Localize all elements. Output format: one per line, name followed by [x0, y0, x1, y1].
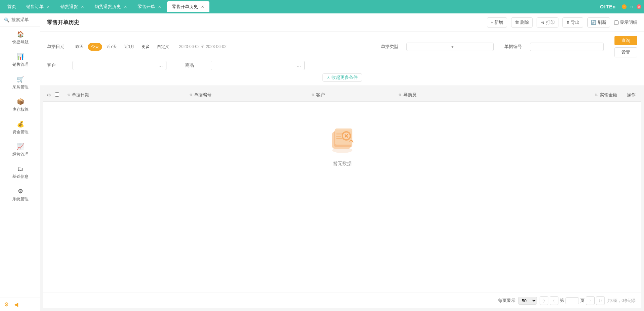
sidebar-item-inventory[interactable]: 📦 库存核算	[0, 94, 40, 116]
sidebar-item-sales-mgmt[interactable]: 📊 销售管理	[0, 49, 40, 71]
tab-close-sales-return-history[interactable]: ✕	[123, 4, 128, 9]
table-header-amount[interactable]: ⇅ 实销金额	[499, 89, 621, 102]
date-btn-more[interactable]: 更多	[139, 43, 153, 51]
number-input-field[interactable]	[534, 44, 600, 49]
window-close-button[interactable]: ✕	[637, 4, 641, 9]
collapse-label: 收起更多条件	[332, 74, 358, 81]
sidebar-search-label: 搜索采单	[11, 17, 29, 23]
svg-rect-9	[336, 136, 341, 137]
sort-amount-icon: ⇅	[595, 93, 598, 97]
select-all-checkbox[interactable]	[55, 92, 59, 97]
sidebar-label-inventory: 库存核算	[12, 107, 29, 112]
collapse-button[interactable]: ∧ 收起更多条件	[323, 73, 362, 82]
filter-section: 单据日期 昨天今天近7天近1月更多自定义 2023-06-02 至 2023-0…	[40, 32, 644, 86]
display-toggle[interactable]: 显示明细	[614, 19, 637, 25]
collapse-bar: ∧ 收起更多条件	[47, 73, 637, 82]
sidebar-nav: 🏠 快捷导航📊 销售管理🛒 采购管理📦 库存核算💰 资金管理📈 经营管理🗂 基础…	[0, 27, 40, 298]
tab-sales-return[interactable]: 销货退货✕	[56, 1, 89, 12]
tab-bar-right: OfTEn － □ ✕	[600, 4, 641, 9]
page-label-pre: 第	[560, 298, 564, 304]
table-header-number[interactable]: ⇅ 单据编号	[185, 89, 307, 102]
toolbar: + 新增 🗑 删除 🖨 打印 ⬆ 导出 🔄 刷新 显示明细	[487, 17, 637, 28]
total-info: 共0页，0条记录	[607, 298, 636, 304]
sidebar-label-purchase-mgmt: 采购管理	[12, 84, 29, 90]
number-filter-input	[530, 43, 604, 51]
print-button[interactable]: 🖨 打印	[537, 17, 558, 28]
type-filter-select[interactable]: ▾	[406, 43, 494, 51]
empty-illustration	[326, 122, 359, 155]
sidebar-collapse-icon[interactable]: ◀	[14, 301, 18, 308]
sidebar-item-finance[interactable]: 💰 资金管理	[0, 116, 40, 139]
page-header: 零售开单历史 + 新增 🗑 删除 🖨 打印 ⬆ 导出 🔄 刷新 显示明细	[40, 13, 644, 32]
tab-label-sales-order: 销售订单	[26, 4, 44, 10]
first-page-button[interactable]: ⟨⟨	[540, 296, 548, 305]
sidebar-label-operations: 经营管理	[12, 152, 29, 157]
page-input[interactable]: 1	[565, 297, 579, 304]
tab-sales-order[interactable]: 销售订单✕	[21, 1, 55, 12]
empty-state: 暂无数据	[43, 102, 641, 187]
main-layout: 🔍 搜索采单 🏠 快捷导航📊 销售管理🛒 采购管理📦 库存核算💰 资金管理📈 经…	[0, 13, 644, 311]
col-customer-label: 客户	[316, 92, 325, 97]
sidebar-item-purchase-mgmt[interactable]: 🛒 采购管理	[0, 71, 40, 94]
table-header-date[interactable]: ⇅ 单据日期	[63, 89, 185, 102]
sidebar-item-quick-nav[interactable]: 🏠 快捷导航	[0, 27, 40, 49]
tab-retail-open[interactable]: 零售开单✕	[133, 1, 166, 12]
goods-ellipsis-icon[interactable]: ...	[297, 62, 301, 68]
query-btn-group: 查询 设置	[614, 36, 637, 57]
sidebar-icon-sales-mgmt: 📊	[17, 53, 24, 60]
tab-close-sales-order[interactable]: ✕	[46, 4, 50, 9]
tab-label-home: 首页	[7, 4, 16, 10]
sidebar-icon-purchase-mgmt: 🛒	[17, 75, 24, 83]
display-toggle-label: 显示明细	[620, 19, 637, 25]
col-ops-label: 操作	[627, 92, 636, 97]
tabs-container: 首页销售订单✕销货退货✕销货退货历史✕零售开单✕零售开单历史✕	[3, 1, 600, 12]
customer-input-field[interactable]	[76, 63, 158, 68]
customer-filter-label: 客户	[47, 62, 67, 68]
tab-home[interactable]: 首页	[3, 1, 21, 12]
date-btn-yesterday[interactable]: 昨天	[72, 43, 87, 51]
date-btn-custom[interactable]: 自定义	[154, 43, 172, 51]
set-button[interactable]: 设置	[614, 47, 637, 57]
tab-sales-return-history[interactable]: 销货退货历史✕	[90, 1, 132, 12]
sidebar-search[interactable]: 🔍 搜索采单	[0, 13, 40, 27]
prev-page-button[interactable]: ⟨	[550, 296, 558, 305]
last-page-button[interactable]: ⟩⟩	[596, 296, 605, 305]
tab-close-retail-open-history[interactable]: ✕	[200, 4, 205, 9]
next-page-button[interactable]: ⟩	[586, 296, 595, 305]
date-btn-today[interactable]: 今天	[88, 43, 102, 51]
sidebar-item-system[interactable]: ⚙ 系统管理	[0, 184, 40, 206]
display-toggle-checkbox[interactable]	[614, 20, 618, 25]
date-btn-last1m[interactable]: 近1月	[121, 43, 138, 51]
customer-ellipsis-icon[interactable]: ...	[158, 62, 163, 68]
goods-filter-label: 商品	[185, 62, 205, 68]
tab-label-retail-open: 零售开单	[138, 4, 155, 10]
sidebar-item-basic-info[interactable]: 🗂 基础信息	[0, 161, 40, 184]
tab-retail-open-history[interactable]: 零售开单历史✕	[167, 1, 209, 12]
window-maximize-button[interactable]: □	[629, 4, 634, 9]
query-button[interactable]: 查询	[614, 36, 637, 45]
date-range-display: 2023-06-02 至 2023-06-02	[179, 44, 226, 50]
date-btn-last7[interactable]: 近7天	[103, 43, 120, 51]
per-page-select[interactable]: 102050100	[518, 297, 537, 305]
table-settings-header: ⚙	[43, 89, 63, 102]
table-header-ops: 操作	[621, 89, 641, 102]
table-header-customer[interactable]: ⇅ 客户	[307, 89, 395, 102]
table-header-salesperson[interactable]: ⇅ 导购员	[394, 89, 499, 102]
tab-close-retail-open[interactable]: ✕	[157, 4, 162, 9]
window-minimize-button[interactable]: －	[622, 4, 627, 9]
table-settings-icon[interactable]: ⚙	[47, 93, 51, 98]
table-scroll-area: ⚙ ⇅ 单据日期 ⇅ 单据编号	[43, 89, 641, 293]
empty-icon	[326, 122, 359, 155]
page-label-post: 页	[580, 298, 585, 304]
sidebar-settings-icon[interactable]: ⚙	[4, 301, 9, 308]
delete-button[interactable]: 🗑 删除	[511, 17, 533, 28]
tab-close-sales-return[interactable]: ✕	[80, 4, 85, 9]
export-button[interactable]: ⬆ 导出	[562, 17, 584, 28]
sidebar-label-sales-mgmt: 销售管理	[12, 62, 29, 67]
add-button[interactable]: + 新增	[487, 17, 507, 28]
refresh-button[interactable]: 🔄 刷新	[587, 17, 610, 28]
sidebar-item-operations[interactable]: 📈 经营管理	[0, 139, 40, 161]
customer-filter-input: ...	[72, 61, 166, 70]
tab-bar: 首页销售订单✕销货退货✕销货退货历史✕零售开单✕零售开单历史✕ OfTEn － …	[0, 0, 644, 13]
goods-input-field[interactable]	[214, 63, 297, 68]
